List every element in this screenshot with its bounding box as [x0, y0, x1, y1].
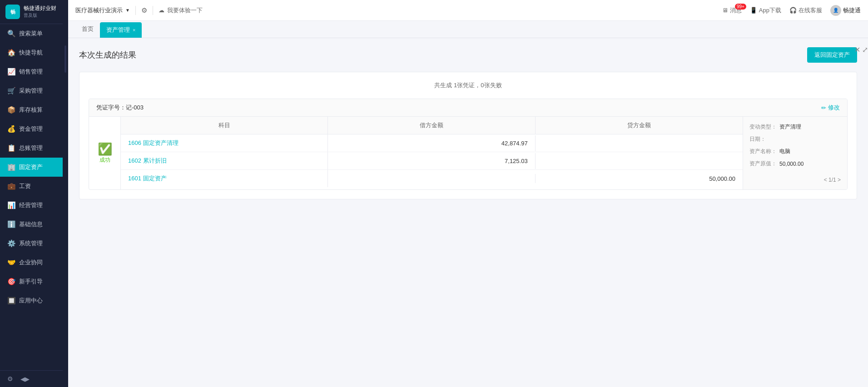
sidebar-item-basic-info[interactable]: ℹ️ 基础信息 [0, 215, 68, 234]
sidebar-item-quick-nav[interactable]: 🏠 快捷导航 [0, 43, 68, 62]
sidebar-nav: 🔍 搜索菜单 🏠 快捷导航 📈 销售管理 🛒 采购管理 📦 库存核算 💰 资金管… [0, 24, 68, 370]
brand-edition: 普及版 [24, 12, 56, 19]
sidebar-item-ledger[interactable]: 📋 总账管理 [0, 139, 68, 158]
tab-close-icon[interactable]: × [133, 27, 135, 33]
online-service-button[interactable]: 🎧 在线客服 [789, 6, 822, 15]
sidebar-item-funds[interactable]: 💰 资金管理 [0, 119, 68, 139]
change-type-row: 变动类型： 资产清理 [749, 123, 841, 131]
row3-debit [328, 174, 535, 183]
sidebar-item-inventory[interactable]: 📦 库存核算 [0, 100, 68, 119]
sidebar: 畅 畅捷通好业财 普及版 🔍 搜索菜单 🏠 快捷导航 📈 销售管理 🛒 采购管理… [0, 0, 68, 387]
sidebar-item-operations[interactable]: 📊 经营管理 [0, 196, 68, 215]
sidebar-label-operations: 经营管理 [19, 201, 43, 209]
sidebar-item-guide[interactable]: 🎯 新手引导 [0, 272, 68, 291]
row2-debit: 7,125.03 [328, 153, 535, 169]
result-summary: 共生成 1张凭证，0张失败 [89, 81, 848, 89]
voucher-block: 凭证字号：记-003 ✏ 修改 ✅ 成功 [89, 99, 848, 190]
purchase-icon: 🛒 [7, 87, 15, 95]
sidebar-item-payroll[interactable]: 💼 工资 [0, 177, 68, 196]
row3-credit: 50,000.00 [536, 171, 743, 187]
sidebar-item-enterprise[interactable]: 🤝 企业协同 [0, 253, 68, 272]
sidebar-item-system[interactable]: ⚙️ 系统管理 [0, 234, 68, 253]
avatar-icon: 👤 [833, 8, 838, 13]
experience-button[interactable]: ☁ 我要体验一下 [159, 6, 203, 15]
row1-debit: 42,874.97 [328, 135, 535, 151]
voucher-header: 凭证字号：记-003 ✏ 修改 [89, 99, 847, 117]
messages-button[interactable]: 🖥 消息 99+ [722, 6, 742, 15]
voucher-body: ✅ 成功 科目 借方金额 贷方金额 1606 固定资产清理 [89, 117, 847, 189]
sidebar-label-system: 系统管理 [19, 239, 43, 248]
pagination[interactable]: < 1/1 > [749, 177, 841, 183]
payroll-icon: 💼 [7, 182, 15, 190]
page-title: 本次生成的结果 [79, 50, 136, 60]
sidebar-label-quick-nav: 快捷导航 [19, 49, 43, 57]
return-button[interactable]: 返回固定资产 [807, 47, 857, 63]
success-circle-icon: ✅ [98, 142, 112, 156]
settings-footer-icon[interactable]: ⚙ [7, 375, 13, 382]
message-icon: 🖥 [722, 7, 728, 14]
content-area: 首页 资产管理 × 本次生成的结果 返回固定资产 共生成 1张凭证，0张失败 凭… [68, 21, 868, 387]
guide-icon: 🎯 [7, 278, 15, 286]
asset-value-label: 资产原值： [749, 160, 777, 168]
row1-subject: 1606 固定资产清理 [121, 134, 328, 152]
sidebar-item-search[interactable]: 🔍 搜索菜单 [0, 24, 68, 43]
tab-asset-management[interactable]: 资产管理 × [100, 22, 142, 38]
asset-name-value: 电脑 [779, 148, 790, 155]
online-service-label: 在线客服 [799, 6, 822, 15]
brand-name: 畅捷通好业财 [24, 5, 56, 12]
sidebar-label-app-center: 应用中心 [19, 297, 43, 305]
result-panel: 共生成 1张凭证，0张失败 凭证字号：记-003 ✏ 修改 ✅ [79, 72, 857, 199]
success-column: ✅ 成功 [89, 117, 121, 189]
voucher-table: 科目 借方金额 贷方金额 1606 固定资产清理 42,874.97 1602 … [121, 117, 743, 189]
sidebar-label-inventory: 库存核算 [19, 106, 43, 114]
row2-subject: 1602 累计折旧 [121, 152, 328, 169]
edit-icon: ✏ [821, 104, 826, 111]
close-panel-button[interactable]: ✕ [854, 45, 860, 54]
app-logo: 畅 [5, 5, 20, 19]
gear-icon[interactable]: ⚙ [141, 6, 147, 15]
toggle-sidebar-icon[interactable]: ◀▶ [20, 376, 30, 382]
inventory-icon: 📦 [7, 106, 15, 114]
sidebar-label-purchase: 采购管理 [19, 87, 43, 95]
table-row: 1606 固定资产清理 42,874.97 [121, 134, 743, 152]
chevron-down-icon: ▼ [125, 8, 130, 13]
app-download-button[interactable]: 📱 App下载 [750, 6, 781, 15]
user-menu[interactable]: 👤 畅捷通 [830, 5, 861, 16]
sidebar-item-app-center[interactable]: 🔲 应用中心 [0, 291, 68, 310]
topbar-divider-2 [153, 6, 153, 15]
tab-home-label: 首页 [82, 25, 94, 32]
sidebar-item-fixed-assets[interactable]: 🏢 固定资产 [0, 158, 68, 177]
sidebar-label-guide: 新手引导 [19, 278, 43, 286]
company-selector[interactable]: 医疗器械行业演示 ▼ [75, 6, 130, 15]
sidebar-item-purchase[interactable]: 🛒 采购管理 [0, 81, 68, 100]
home-icon: 🏠 [7, 49, 15, 57]
header-debit: 借方金额 [328, 117, 535, 134]
sidebar-label-sales: 销售管理 [19, 68, 43, 76]
page-content: 本次生成的结果 返回固定资产 共生成 1张凭证，0张失败 凭证字号：记-003 … [68, 38, 868, 387]
sidebar-label-enterprise: 企业协同 [19, 258, 43, 267]
sidebar-label-ledger: 总账管理 [19, 144, 43, 152]
funds-icon: 💰 [7, 125, 15, 133]
asset-name-label: 资产名称： [749, 148, 777, 155]
change-type-label: 变动类型： [749, 123, 777, 131]
success-text: 成功 [99, 156, 110, 164]
experience-icon: ☁ [159, 7, 164, 14]
change-type-value: 资产清理 [779, 123, 801, 131]
edit-label: 修改 [828, 104, 840, 112]
tab-home[interactable]: 首页 [75, 21, 100, 38]
edit-voucher-button[interactable]: ✏ 修改 [821, 104, 840, 112]
expand-panel-button[interactable]: ⤢ [862, 45, 868, 54]
sidebar-label-payroll: 工资 [19, 182, 31, 190]
sidebar-item-sales[interactable]: 📈 销售管理 [0, 62, 68, 81]
service-icon: 🎧 [789, 7, 797, 14]
header-credit: 贷方金额 [536, 117, 743, 134]
brand-info: 畅捷通好业财 普及版 [24, 5, 56, 19]
sidebar-label-search: 搜索菜单 [19, 30, 43, 38]
sidebar-label-fixed-assets: 固定资产 [19, 163, 43, 171]
topbar: 医疗器械行业演示 ▼ ⚙ ☁ 我要体验一下 🖥 消息 99+ 📱 App下载 🎧… [68, 0, 868, 21]
voucher-right-panel: 变动类型： 资产清理 日期： 资产名称： 电脑 [743, 117, 847, 189]
sidebar-footer: ⚙ ◀▶ [0, 370, 68, 387]
tab-active-label: 资产管理 [106, 26, 130, 34]
experience-label: 我要体验一下 [167, 6, 203, 15]
row2-credit [536, 156, 743, 165]
